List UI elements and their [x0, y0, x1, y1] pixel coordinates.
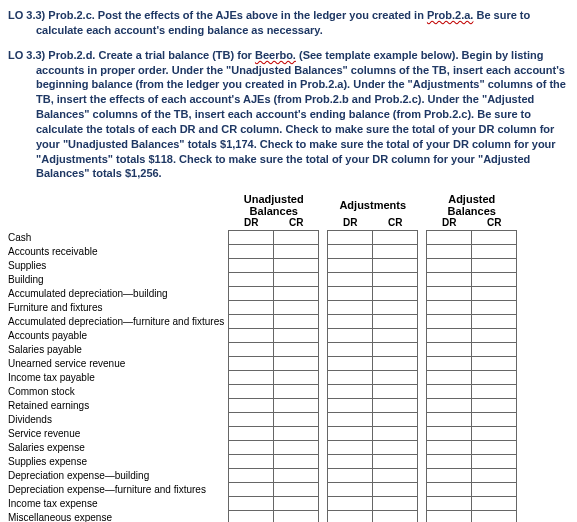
- account-name: Unearned service revenue: [8, 357, 229, 371]
- amount-cell: [373, 413, 418, 427]
- amount-cell: [229, 273, 274, 287]
- account-name: Dividends: [8, 413, 229, 427]
- amount-cell: [274, 301, 319, 315]
- para1-text1: Post the effects of the AJEs above in th…: [95, 9, 427, 21]
- col-adjbal-dr: DR: [427, 217, 472, 231]
- account-name: Income tax payable: [8, 371, 229, 385]
- col-adj-dr: DR: [328, 217, 373, 231]
- amount-cell: [373, 469, 418, 483]
- para2-text2: (See template example below). Begin by l…: [36, 49, 566, 180]
- amount-cell: [472, 497, 517, 511]
- account-name: Accumulated depreciation—furniture and f…: [8, 315, 229, 329]
- table-row: Service revenue: [8, 427, 517, 441]
- problem-2d-paragraph: LO 3.3) Prob.2.d. Create a trial balance…: [8, 48, 569, 182]
- table-row: Accounts payable: [8, 329, 517, 343]
- amount-cell: [229, 357, 274, 371]
- amount-cell: [427, 245, 472, 259]
- amount-cell: [229, 371, 274, 385]
- amount-cell: [373, 259, 418, 273]
- amount-cell: [274, 469, 319, 483]
- amount-cell: [328, 231, 373, 245]
- col-unadj-cr: CR: [274, 217, 319, 231]
- amount-cell: [472, 427, 517, 441]
- table-row: Building: [8, 273, 517, 287]
- amount-cell: [427, 427, 472, 441]
- amount-cell: [427, 399, 472, 413]
- amount-cell: [274, 287, 319, 301]
- amount-cell: [274, 329, 319, 343]
- amount-cell: [373, 371, 418, 385]
- account-name: Accounts payable: [8, 329, 229, 343]
- amount-cell: [427, 483, 472, 497]
- account-name: Depreciation expense—building: [8, 469, 229, 483]
- amount-cell: [328, 511, 373, 522]
- amount-cell: [373, 455, 418, 469]
- company-name: Beerbo.: [255, 49, 296, 61]
- amount-cell: [229, 301, 274, 315]
- amount-cell: [328, 427, 373, 441]
- lo-ref-2c: LO 3.3) Prob.2.c.: [8, 9, 95, 21]
- amount-cell: [229, 287, 274, 301]
- amount-cell: [274, 511, 319, 522]
- amount-cell: [274, 371, 319, 385]
- amount-cell: [472, 329, 517, 343]
- amount-cell: [427, 511, 472, 522]
- table-row: Retained earnings: [8, 399, 517, 413]
- amount-cell: [328, 329, 373, 343]
- amount-cell: [427, 301, 472, 315]
- table-row: Dividends: [8, 413, 517, 427]
- account-name: Common stock: [8, 385, 229, 399]
- amount-cell: [373, 343, 418, 357]
- amount-cell: [328, 301, 373, 315]
- col-adjbal-cr: CR: [472, 217, 517, 231]
- amount-cell: [427, 329, 472, 343]
- amount-cell: [472, 511, 517, 522]
- amount-cell: [472, 259, 517, 273]
- amount-cell: [274, 273, 319, 287]
- amount-cell: [229, 329, 274, 343]
- amount-cell: [427, 357, 472, 371]
- amount-cell: [472, 245, 517, 259]
- amount-cell: [328, 357, 373, 371]
- account-name: Miscellaneous expense: [8, 511, 229, 522]
- amount-cell: [472, 357, 517, 371]
- amount-cell: [472, 315, 517, 329]
- amount-cell: [472, 371, 517, 385]
- amount-cell: [427, 455, 472, 469]
- amount-cell: [274, 399, 319, 413]
- table-row: Accumulated depreciation—building: [8, 287, 517, 301]
- table-row: Common stock: [8, 385, 517, 399]
- amount-cell: [274, 427, 319, 441]
- amount-cell: [328, 259, 373, 273]
- amount-cell: [274, 315, 319, 329]
- table-row: Supplies: [8, 259, 517, 273]
- account-name: Supplies expense: [8, 455, 229, 469]
- account-name: Retained earnings: [8, 399, 229, 413]
- col-adj-cr: CR: [373, 217, 418, 231]
- amount-cell: [427, 315, 472, 329]
- amount-cell: [427, 287, 472, 301]
- amount-cell: [373, 315, 418, 329]
- para2-text1: Create a trial balance (TB) for: [95, 49, 255, 61]
- col-unadj-dr: DR: [229, 217, 274, 231]
- amount-cell: [472, 385, 517, 399]
- table-row: Miscellaneous expense: [8, 511, 517, 522]
- amount-cell: [373, 329, 418, 343]
- amount-cell: [328, 399, 373, 413]
- amount-cell: [472, 301, 517, 315]
- account-name: Income tax expense: [8, 497, 229, 511]
- amount-cell: [373, 511, 418, 522]
- amount-cell: [274, 385, 319, 399]
- amount-cell: [328, 385, 373, 399]
- table-row: Depreciation expense—building: [8, 469, 517, 483]
- amount-cell: [373, 385, 418, 399]
- amount-cell: [427, 441, 472, 455]
- amount-cell: [373, 245, 418, 259]
- table-row: Depreciation expense—furniture and fixtu…: [8, 483, 517, 497]
- amount-cell: [427, 259, 472, 273]
- amount-cell: [472, 455, 517, 469]
- amount-cell: [229, 343, 274, 357]
- amount-cell: [229, 259, 274, 273]
- table-row: Income tax payable: [8, 371, 517, 385]
- amount-cell: [328, 455, 373, 469]
